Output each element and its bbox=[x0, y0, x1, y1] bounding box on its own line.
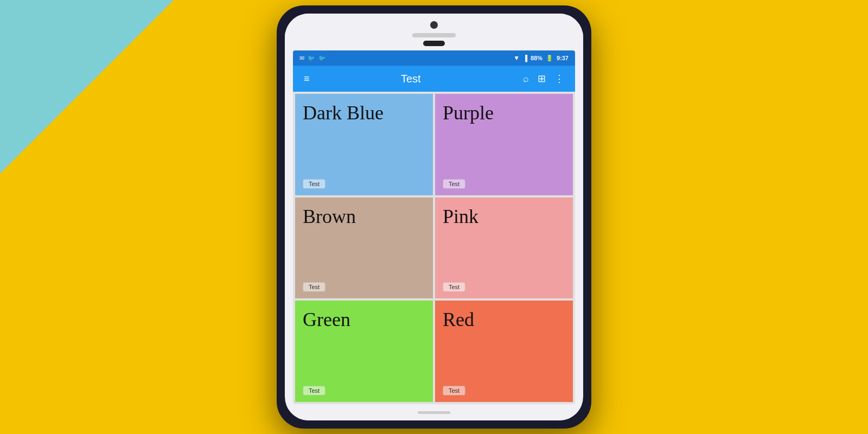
more-options-icon[interactable]: ⋮ bbox=[554, 73, 564, 85]
card-pink-badge: Test bbox=[443, 282, 465, 292]
front-sensor bbox=[423, 41, 445, 46]
card-green[interactable]: Green Test bbox=[295, 301, 433, 402]
battery-percent: 88% bbox=[531, 55, 542, 61]
time-display: 9:37 bbox=[557, 55, 569, 61]
card-purple[interactable]: Purple Test bbox=[435, 94, 573, 195]
card-dark-blue-title: Dark Blue bbox=[303, 103, 425, 124]
card-green-badge: Test bbox=[303, 386, 326, 395]
card-red-badge: Test bbox=[443, 386, 465, 395]
phone-shell: ✉ 🐦 🐦 ▼ ▐ 88% 🔋 9:37 ≡ Test ⌕ ⊞ bbox=[277, 5, 591, 429]
toolbar: ≡ Test ⌕ ⊞ ⋮ bbox=[293, 66, 575, 92]
phone-top bbox=[285, 14, 583, 50]
card-brown-title: Brown bbox=[303, 206, 425, 228]
twitter-icon-2: 🐦 bbox=[318, 55, 326, 62]
home-indicator bbox=[418, 411, 450, 414]
card-purple-badge: Test bbox=[443, 179, 465, 189]
message-icon: ✉ bbox=[299, 55, 304, 62]
card-dark-blue-badge: Test bbox=[303, 179, 326, 189]
card-red[interactable]: Red Test bbox=[435, 301, 573, 402]
status-right-icons: ▼ ▐ 88% 🔋 9:37 bbox=[513, 54, 569, 62]
front-camera bbox=[430, 21, 438, 29]
card-pink-title: Pink bbox=[443, 206, 565, 228]
speaker-grille bbox=[412, 33, 456, 37]
card-brown-badge: Test bbox=[303, 282, 326, 292]
card-green-title: Green bbox=[303, 309, 425, 331]
battery-icon: 🔋 bbox=[546, 55, 553, 62]
screen: ✉ 🐦 🐦 ▼ ▐ 88% 🔋 9:37 ≡ Test ⌕ ⊞ bbox=[293, 50, 575, 404]
corner-decoration bbox=[0, 0, 174, 174]
status-bar: ✉ 🐦 🐦 ▼ ▐ 88% 🔋 9:37 bbox=[293, 50, 575, 66]
cards-grid: Dark Blue Test Purple Test Brown Test Pi… bbox=[293, 92, 575, 404]
phone-bezel: ✉ 🐦 🐦 ▼ ▐ 88% 🔋 9:37 ≡ Test ⌕ ⊞ bbox=[285, 14, 583, 420]
search-icon[interactable]: ⌕ bbox=[523, 73, 529, 85]
grid-view-icon[interactable]: ⊞ bbox=[538, 73, 546, 85]
card-red-title: Red bbox=[443, 309, 565, 331]
card-brown[interactable]: Brown Test bbox=[295, 197, 433, 299]
card-dark-blue[interactable]: Dark Blue Test bbox=[295, 94, 433, 195]
toolbar-actions: ⌕ ⊞ ⋮ bbox=[520, 73, 567, 85]
twitter-icon-1: 🐦 bbox=[308, 55, 315, 62]
phone-bottom bbox=[285, 404, 583, 420]
wifi-icon: ▼ bbox=[513, 54, 520, 62]
signal-icon: ▐ bbox=[523, 55, 527, 61]
card-purple-title: Purple bbox=[443, 103, 565, 124]
toolbar-title: Test bbox=[302, 73, 520, 85]
status-left-icons: ✉ 🐦 🐦 bbox=[299, 55, 326, 62]
card-pink[interactable]: Pink Test bbox=[435, 197, 573, 299]
